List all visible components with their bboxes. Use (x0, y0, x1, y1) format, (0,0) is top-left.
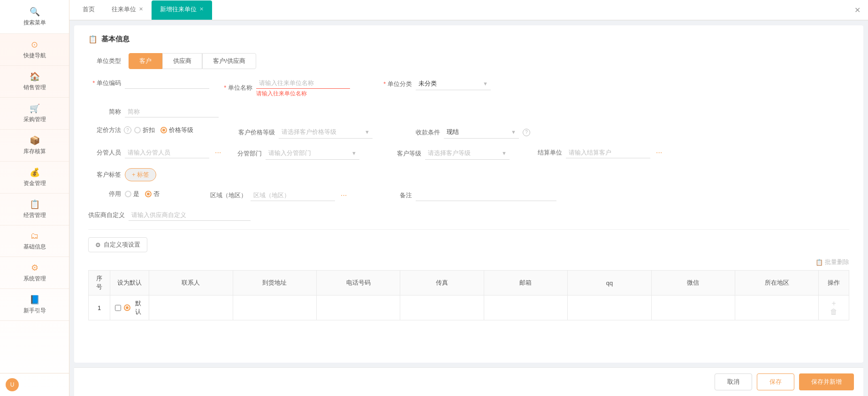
tab-partners[interactable]: 往来单位 ✕ (103, 0, 152, 20)
unit-category-select[interactable]: 未分类 ▼ (416, 78, 491, 90)
delete-row-btn[interactable]: 🗑 (830, 308, 838, 316)
settlement-more-btn[interactable]: ··· (654, 148, 664, 157)
payment-terms-select[interactable]: 现结 ▼ (444, 126, 519, 139)
row-address[interactable] (233, 295, 316, 320)
sidebar-item-system[interactable]: ⚙ 系统管理 (0, 257, 69, 289)
row-region-input[interactable] (740, 304, 814, 311)
unit-category-label: 单位分类 (379, 80, 412, 88)
sidebar-item-finance[interactable]: 💰 资金管理 (0, 162, 69, 194)
sidebar-item-inventory[interactable]: 📦 库存核算 (0, 130, 69, 162)
unit-category-arrow: ▼ (483, 81, 488, 86)
custom-settings-btn[interactable]: ⚙ 自定义项设置 (88, 237, 147, 252)
row-index: 1 (89, 295, 110, 320)
section-icon: 📋 (88, 35, 98, 44)
sidebar-item-sales[interactable]: 🏠 销售管理 (0, 66, 69, 98)
fax-input[interactable] (405, 304, 479, 311)
batch-delete-label[interactable]: 批量删除 (825, 258, 849, 266)
abbr-input[interactable] (125, 106, 219, 117)
system-icon: ⚙ (31, 263, 38, 273)
row-contact[interactable] (149, 295, 233, 320)
add-row-btn[interactable]: + (832, 299, 836, 307)
address-input[interactable] (238, 304, 312, 311)
customer-level-select[interactable]: 请选择客户等级 ▼ (425, 147, 510, 160)
code-name-category-row: 单位编码 000009 单位名称 请输入往来单位名称 单位分类 未分类 ▼ (88, 78, 849, 98)
email-input[interactable] (489, 304, 563, 311)
wechat-input[interactable] (656, 304, 730, 311)
table-head: 序号 设为默认 联系人 到货地址 电话号码 传真 邮箱 qq 微信 所在地区 操… (89, 271, 849, 295)
sidebar-footer: U (0, 373, 69, 396)
operations-icon: 📋 (30, 199, 40, 210)
department-select[interactable]: 请输入分管部门 ▼ (266, 147, 359, 160)
region-input[interactable] (251, 190, 335, 201)
search-icon: 🔍 (30, 7, 40, 17)
pricing-row: 定价方法 ? 折扣 价格等级 客户价格等级 请选择客户价格等级 (88, 126, 849, 139)
row-region[interactable] (735, 295, 819, 320)
remarks-input[interactable] (416, 190, 556, 201)
sidebar-item-label: 经营管理 (23, 211, 46, 219)
manager-input[interactable] (125, 147, 209, 158)
tab-home[interactable]: 首页 (74, 0, 103, 20)
row-wechat[interactable] (651, 295, 735, 320)
pricing-discount[interactable]: 折扣 (134, 126, 155, 134)
basic-info-icon: 🗂 (30, 231, 39, 241)
sidebar-item-guide[interactable]: 📘 新手引导 (0, 289, 69, 321)
sidebar-search[interactable]: 🔍 搜索菜单 (0, 0, 69, 34)
col-qq: qq (568, 271, 651, 295)
sidebar-item-label: 系统管理 (23, 275, 46, 283)
customer-price-level-select[interactable]: 请选择客户价格等级 ▼ (279, 126, 373, 139)
save-button[interactable]: 保存 (757, 373, 794, 390)
unit-name-input[interactable] (256, 78, 350, 89)
unit-code-input[interactable]: 000009 (125, 78, 209, 89)
tab-new-partner-close[interactable]: ✕ (199, 6, 204, 12)
save-new-button[interactable]: 保存并新增 (799, 373, 854, 390)
pricing-price-level[interactable]: 价格等级 (160, 126, 193, 134)
supplier-custom-row: 供应商自定义 (88, 210, 849, 221)
col-fax: 传真 (400, 271, 484, 295)
region-field: 区域（地区） ··· (210, 190, 379, 201)
payment-terms-help-icon[interactable]: ? (523, 129, 530, 136)
page-form: 📋 基本信息 单位类型 客户 供应商 客户/供应商 单位编码 000009 单位… (74, 25, 863, 363)
region-more-btn[interactable]: ··· (339, 191, 349, 200)
add-tag-btn[interactable]: + 标签 (125, 168, 156, 181)
row-fax[interactable] (400, 295, 484, 320)
row-select-checkbox[interactable] (115, 305, 121, 311)
row-qq[interactable] (568, 295, 651, 320)
disabled-no[interactable]: 否 (145, 190, 160, 198)
phone-input[interactable] (321, 304, 395, 311)
quick-nav-icon: ⊙ (31, 39, 38, 50)
tab-new-partner[interactable]: 新增往来单位 ✕ (152, 0, 212, 20)
supplier-custom-input[interactable] (129, 210, 251, 221)
qq-input[interactable] (572, 304, 646, 311)
tab-partners-close[interactable]: ✕ (139, 6, 143, 12)
abbr-label: 简称 (88, 108, 121, 116)
unit-type-customer[interactable]: 客户 (129, 53, 162, 69)
settlement-input[interactable] (566, 147, 650, 158)
customer-level-arrow: ▼ (502, 150, 507, 156)
inventory-icon: 📦 (30, 135, 40, 146)
row-checkbox[interactable]: 默认 (110, 295, 149, 320)
col-action: 操作 (819, 271, 849, 295)
disabled-yes[interactable]: 是 (125, 190, 139, 198)
pricing-help-icon[interactable]: ? (124, 126, 131, 134)
row-default-radio[interactable]: 默认 (124, 299, 144, 316)
disabled-no-radio (145, 191, 152, 197)
pricing-discount-label: 折扣 (143, 126, 155, 134)
unit-type-both[interactable]: 客户/供应商 (202, 53, 256, 69)
contact-input[interactable] (154, 304, 228, 311)
department-field: 分管部门 请输入分管部门 ▼ (229, 147, 388, 160)
finance-icon: 💰 (30, 167, 40, 178)
sidebar-search-label: 搜索菜单 (23, 19, 46, 27)
close-all-tabs[interactable]: ✕ (854, 6, 860, 15)
unit-type-supplier[interactable]: 供应商 (162, 53, 202, 69)
sidebar-item-quick-nav[interactable]: ⊙ 快捷导航 (0, 34, 69, 66)
row-phone[interactable] (317, 295, 400, 320)
row-email[interactable] (484, 295, 567, 320)
sidebar-item-operations[interactable]: 📋 经营管理 (0, 194, 69, 225)
manager-more-btn[interactable]: ··· (213, 148, 223, 157)
unit-name-error: 请输入往来单位名称 (256, 90, 350, 98)
unit-type-field: 单位类型 客户 供应商 客户/供应商 (88, 53, 849, 69)
sidebar-item-purchase[interactable]: 🛒 采购管理 (0, 98, 69, 130)
cancel-button[interactable]: 取消 (715, 373, 752, 390)
department-label: 分管部门 (229, 149, 262, 158)
sidebar-item-basic-info[interactable]: 🗂 基础信息 (0, 225, 69, 257)
